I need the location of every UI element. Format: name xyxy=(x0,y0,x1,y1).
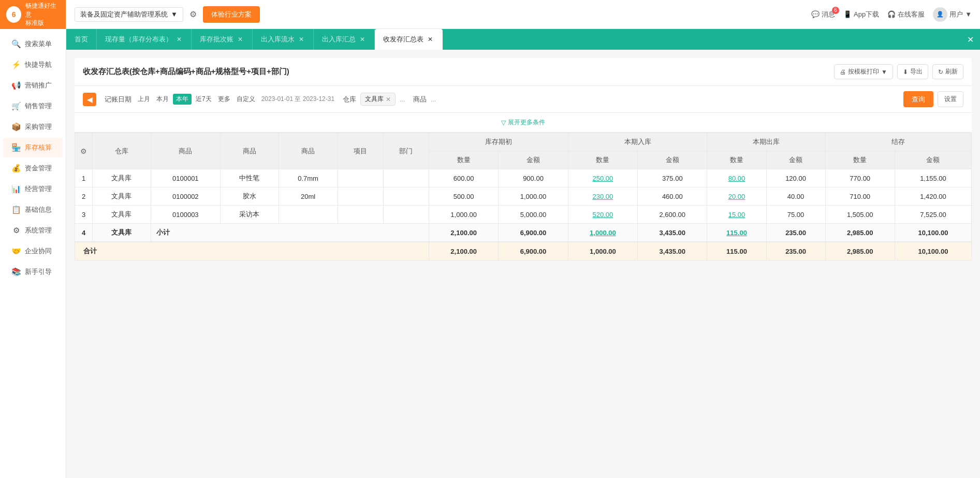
goods-more[interactable]: ... xyxy=(431,96,436,103)
logo-text: 畅捷通好生意 标准版 xyxy=(25,2,60,27)
sidebar-item-purchase[interactable]: 📦 采购管理 xyxy=(3,117,63,137)
subtotal-balance-amt: 10,100.00 xyxy=(895,224,971,242)
page-header: 收发存汇总表(按仓库+商品编码+商品+规格型号+项目+部门) 🖨 按模板打印 ▼… xyxy=(75,58,972,86)
date-range: 2023-01-01 至 2023-12-31 xyxy=(261,95,334,104)
date-last-month[interactable]: 上月 xyxy=(136,94,152,105)
sidebar-item-enterprise[interactable]: 🤝 企业协同 xyxy=(3,241,63,261)
tab-in-out-summary[interactable]: 出入库汇总 ✕ xyxy=(314,29,375,50)
date-7days[interactable]: 近7天 xyxy=(194,94,214,105)
subtotal-opening-qty: 2,100.00 xyxy=(429,224,498,242)
th-goods-code: 商品 xyxy=(151,133,220,169)
total-in-qty: 1,000.00 xyxy=(568,242,637,260)
setting-button[interactable]: 设置 xyxy=(938,91,963,107)
cell-opening-qty: 600.00 xyxy=(429,169,498,187)
tab-home[interactable]: 首页 xyxy=(66,29,97,50)
print-button[interactable]: 🖨 按模板打印 ▼ xyxy=(834,64,893,79)
subtotal-opening-amt: 6,900.00 xyxy=(499,224,568,242)
warehouse-tag-close[interactable]: ✕ xyxy=(386,96,391,103)
cell-in-amt: 375.00 xyxy=(638,169,707,187)
cell-in-qty[interactable]: 250.00 xyxy=(568,169,637,187)
message-item[interactable]: 💬 消息 6 xyxy=(811,10,835,19)
user-dropdown-icon: ▼ xyxy=(965,10,972,18)
expand-conditions-row: ▽ 展开更多条件 xyxy=(75,113,972,133)
export-button[interactable]: ⬇ 导出 xyxy=(897,64,928,79)
tab-batch[interactable]: 库存批次账 ✕ xyxy=(192,29,253,50)
total-out-qty: 115.00 xyxy=(707,242,766,260)
th-group-opening: 库存期初 xyxy=(429,133,568,151)
sidebar-item-finance[interactable]: 💰 资金管理 xyxy=(3,158,63,178)
tab-close-in-out-summary[interactable]: ✕ xyxy=(359,35,366,44)
warehouse-tag[interactable]: 文具库 ✕ xyxy=(360,93,396,106)
sidebar-item-guide[interactable]: 📚 新手引导 xyxy=(3,262,63,282)
subtotal-in-qty[interactable]: 1,000.00 xyxy=(568,224,637,242)
settings-icon[interactable]: ⚙ xyxy=(189,9,197,19)
table-row: 2 文具库 0100002 胶水 20ml 500.00 1,000.00 23… xyxy=(75,187,972,206)
cell-goods-name: 中性笔 xyxy=(221,169,279,187)
online-service-item[interactable]: 🎧 在线客服 xyxy=(887,10,925,19)
date-this-year[interactable]: 本年 xyxy=(173,94,192,105)
phone-icon: 📱 xyxy=(843,10,852,18)
tab-bar-close[interactable]: ✕ xyxy=(961,35,980,45)
sidebar-logo[interactable]: 6 畅捷通好生意 标准版 xyxy=(0,0,66,29)
cell-out-amt: 40.00 xyxy=(766,187,825,206)
warehouse-more[interactable]: ... xyxy=(400,96,405,103)
message-icon: 💬 xyxy=(811,10,820,18)
tab-close-receive-summary[interactable]: ✕ xyxy=(427,35,434,44)
refresh-button[interactable]: ↻ 刷新 xyxy=(932,64,963,79)
tab-stock-dist[interactable]: 现存量（库存分布表） ✕ xyxy=(97,29,192,50)
sidebar-item-label: 新手引导 xyxy=(25,267,52,277)
system-title: 装备及固定资产辅助管理系统 xyxy=(80,10,168,19)
sales-icon: 🛒 xyxy=(11,102,21,111)
filter-toggle[interactable]: ◀ xyxy=(83,93,96,106)
sidebar-item-operation[interactable]: 📊 经营管理 xyxy=(3,179,63,199)
sidebar: 6 畅捷通好生意 标准版 🔍 搜索菜单 ⚡ 快捷导航 📢 营销推广 🛒 销售管理… xyxy=(0,0,66,478)
sidebar-item-system[interactable]: ⚙ 系统管理 xyxy=(3,221,63,240)
cell-out-qty[interactable]: 20.00 xyxy=(707,187,766,206)
th-out-qty: 数量 xyxy=(707,151,766,169)
trial-button[interactable]: 体验行业方案 xyxy=(203,6,260,23)
cell-out-qty[interactable]: 80.00 xyxy=(707,169,766,187)
cell-goods-code: 0100001 xyxy=(151,169,220,187)
th-balance-qty: 数量 xyxy=(825,151,895,169)
sidebar-item-quicknav[interactable]: ⚡ 快捷导航 xyxy=(3,55,63,75)
date-this-month[interactable]: 本月 xyxy=(154,94,171,105)
cell-out-qty[interactable]: 15.00 xyxy=(707,206,766,224)
sidebar-item-basicinfo[interactable]: 📋 基础信息 xyxy=(3,200,63,220)
sidebar-item-marketing[interactable]: 📢 营销推广 xyxy=(3,76,63,95)
th-project: 项目 xyxy=(338,133,383,169)
date-more[interactable]: 更多 xyxy=(216,94,232,105)
th-out-amt: 金额 xyxy=(766,151,825,169)
tab-close-in-out-flow[interactable]: ✕ xyxy=(298,35,305,44)
subtotal-index: 4 xyxy=(75,224,93,242)
date-custom[interactable]: 自定义 xyxy=(235,94,257,105)
query-button[interactable]: 查询 xyxy=(903,91,933,107)
cell-in-qty[interactable]: 520.00 xyxy=(568,206,637,224)
col-settings-icon[interactable]: ⚙ xyxy=(80,147,87,155)
subtotal-out-qty[interactable]: 115.00 xyxy=(707,224,766,242)
tab-receive-summary[interactable]: 收发存汇总表 ✕ xyxy=(375,29,443,50)
header-right: 💬 消息 6 📱 App下载 🎧 在线客服 👤 用户 ▼ xyxy=(811,7,972,22)
cell-warehouse: 文具库 xyxy=(93,206,151,224)
cell-warehouse: 文具库 xyxy=(93,187,151,206)
sidebar-item-label: 基础信息 xyxy=(25,205,52,214)
avatar: 👤 xyxy=(933,7,947,22)
cell-index: 3 xyxy=(75,206,93,224)
warehouse-label: 仓库 xyxy=(343,95,356,104)
sidebar-item-search[interactable]: 🔍 搜索菜单 xyxy=(3,34,63,54)
sidebar-item-inventory[interactable]: 🏪 库存核算 xyxy=(3,138,63,157)
cell-in-amt: 460.00 xyxy=(638,187,707,206)
sidebar-item-sales[interactable]: 🛒 销售管理 xyxy=(3,96,63,116)
col-settings-header[interactable]: ⚙ xyxy=(75,133,93,169)
tab-close-stock-dist[interactable]: ✕ xyxy=(175,35,183,44)
expand-conditions-button[interactable]: ▽ 展开更多条件 xyxy=(501,118,545,127)
th-opening-qty: 数量 xyxy=(429,151,498,169)
cell-in-qty[interactable]: 230.00 xyxy=(568,187,637,206)
cell-opening-amt: 5,000.00 xyxy=(499,206,568,224)
app-download-item[interactable]: 📱 App下载 xyxy=(843,10,879,19)
th-group-in: 本期入库 xyxy=(568,133,707,151)
user-item[interactable]: 👤 用户 ▼ xyxy=(933,7,972,22)
tab-close-batch[interactable]: ✕ xyxy=(237,35,244,44)
system-select[interactable]: 装备及固定资产辅助管理系统 ▼ xyxy=(75,7,183,22)
sidebar-item-label: 资金管理 xyxy=(25,164,52,173)
tab-in-out-flow[interactable]: 出入库流水 ✕ xyxy=(253,29,314,50)
